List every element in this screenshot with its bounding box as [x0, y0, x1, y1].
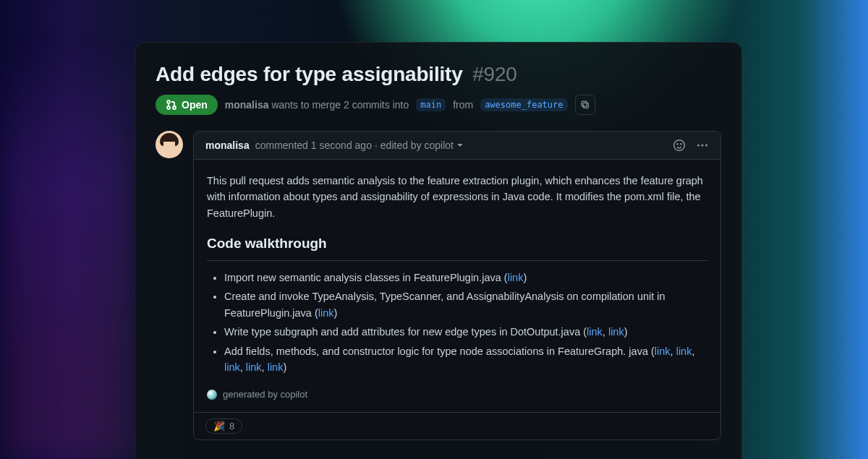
- pr-title: Add edges for type assignability: [156, 63, 463, 85]
- code-link[interactable]: link: [655, 346, 671, 357]
- svg-point-9: [701, 144, 703, 146]
- generated-label: generated by copilot: [223, 387, 307, 402]
- svg-point-7: [681, 144, 681, 145]
- code-link[interactable]: link: [587, 326, 603, 338]
- list-item: Add fields, methods, and constructor log…: [224, 343, 707, 376]
- comment-box: monalisa commented 1 second ago · edited…: [193, 131, 721, 440]
- svg-point-10: [705, 144, 707, 146]
- edited-dropdown[interactable]: edited by copilot: [380, 140, 464, 151]
- code-link[interactable]: link: [246, 361, 262, 373]
- code-link[interactable]: link: [608, 326, 624, 338]
- head-branch[interactable]: awesome_feature: [480, 98, 567, 111]
- code-link[interactable]: link: [224, 361, 240, 373]
- comment-author[interactable]: monalisa: [205, 140, 250, 151]
- svg-point-0: [167, 100, 170, 103]
- smiley-icon: [673, 139, 686, 152]
- svg-point-6: [677, 144, 678, 145]
- walkthrough-heading: Code walkthrough: [207, 233, 707, 260]
- pr-author[interactable]: monalisa: [225, 99, 269, 111]
- pr-number: #920: [472, 63, 517, 85]
- svg-point-2: [173, 106, 176, 109]
- code-link[interactable]: link: [318, 307, 334, 319]
- comment-row: monalisa commented 1 second ago · edited…: [156, 131, 721, 440]
- svg-point-1: [167, 106, 170, 109]
- svg-point-5: [674, 140, 685, 151]
- avatar[interactable]: [156, 131, 183, 158]
- reaction-bar: 🎉 8: [194, 412, 720, 439]
- copy-branch-button[interactable]: [575, 95, 595, 115]
- comment-sep: ·: [375, 140, 378, 151]
- kebab-menu-button[interactable]: [696, 139, 709, 152]
- pr-meta-row: Open monalisa wants to merge 2 commits i…: [156, 95, 721, 115]
- list-item: Write type subgraph and add attributes f…: [224, 324, 707, 340]
- status-label: Open: [182, 99, 208, 111]
- edited-label: edited by copilot: [380, 140, 454, 151]
- svg-rect-3: [583, 103, 588, 108]
- merge-description: monalisa wants to merge 2 commits into: [225, 99, 409, 111]
- merge-from-text: from: [453, 99, 473, 111]
- walkthrough-list: Import new semantic analysis classes in …: [207, 270, 707, 376]
- chevron-down-icon: [456, 142, 464, 149]
- svg-rect-4: [582, 101, 587, 106]
- svg-point-8: [697, 144, 699, 146]
- comment-paragraph: This pull request adds semantic analysis…: [207, 173, 707, 221]
- copilot-orb-icon: [207, 390, 217, 400]
- comment-header-actions: [673, 139, 709, 152]
- status-badge-open[interactable]: Open: [156, 95, 218, 115]
- code-link[interactable]: link: [268, 361, 284, 373]
- generated-by-row: generated by copilot: [207, 387, 707, 402]
- pr-title-row: Add edges for type assignability #920: [156, 63, 721, 86]
- git-pull-request-icon: [166, 99, 177, 111]
- list-item: Import new semantic analysis classes in …: [224, 270, 707, 286]
- copy-icon: [580, 100, 590, 110]
- comment-header: monalisa commented 1 second ago · edited…: [194, 132, 720, 160]
- reaction-pill[interactable]: 🎉 8: [205, 419, 242, 434]
- emoji-reaction-button[interactable]: [673, 139, 686, 152]
- code-link[interactable]: link: [676, 346, 692, 357]
- kebab-icon: [696, 139, 709, 152]
- comment-action: commented: [255, 140, 308, 151]
- pr-panel: Add edges for type assignability #920 Op…: [135, 42, 742, 459]
- comment-body: This pull request adds semantic analysis…: [194, 160, 720, 412]
- list-item: Create and invoke TypeAnalysis, TypeScan…: [224, 288, 707, 321]
- base-branch[interactable]: main: [416, 98, 446, 111]
- comment-time[interactable]: 1 second ago: [311, 140, 372, 151]
- code-link[interactable]: link: [508, 272, 524, 283]
- reaction-emoji: 🎉: [213, 421, 225, 432]
- reaction-count: 8: [229, 421, 234, 432]
- background-left-glow: [0, 0, 130, 459]
